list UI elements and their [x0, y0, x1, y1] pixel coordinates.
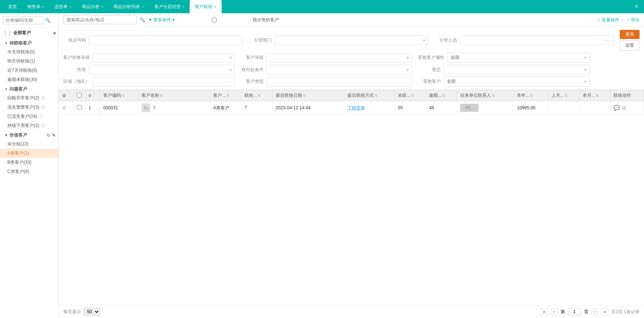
search-input[interactable] [63, 15, 137, 24]
row-checkbox[interactable] [77, 105, 82, 110]
region-select[interactable]: ··· [93, 77, 235, 86]
customer-level-select[interactable]: ▾ [266, 53, 412, 63]
first-page-btn[interactable]: « [540, 308, 548, 315]
nav-home[interactable]: 首页 [3, 0, 22, 13]
gear-icon[interactable]: ⚙ [62, 93, 66, 98]
more-dots-icon-2: ··· [226, 79, 232, 85]
close-all-btn[interactable]: × [632, 3, 641, 10]
page-size-select[interactable]: 50 [84, 308, 100, 316]
sidebar-tomorrow-contact[interactable]: 明天待联络(1) [0, 57, 58, 66]
col-checkbox[interactable] [74, 90, 86, 101]
customer-type-input[interactable] [266, 77, 412, 86]
nav-close-purchase[interactable]: × [69, 4, 71, 9]
row-checkbox-cell[interactable] [74, 101, 86, 115]
col-this-year[interactable]: 本年... ⇅ [514, 90, 548, 101]
arrow-down-icon: ▼ [4, 41, 8, 45]
col-no: # [86, 90, 100, 101]
edit-icon[interactable]: ✎ [52, 133, 56, 138]
row-this-month [579, 101, 611, 115]
refresh-icon[interactable]: ↻ [47, 133, 50, 138]
col-last-date[interactable]: 最后联络日期 ⇅ [272, 90, 344, 101]
contact-action-icon[interactable]: 💬 [613, 105, 620, 111]
filter-row-3: 性质 ▾ 收付款条件 ▾ 状态 [63, 65, 640, 74]
col-this-month[interactable]: 本月... ⇅ [579, 90, 611, 101]
row-gear-icon[interactable]: ⚙ [62, 105, 66, 110]
status-select[interactable]: ▾ [444, 65, 590, 74]
sidebar-a-class[interactable]: A类客户(1) [0, 149, 58, 158]
col-name[interactable]: 客户名称 ⇅ [139, 90, 210, 101]
nature-select[interactable]: ▾ [89, 65, 235, 74]
nav-sales[interactable]: 销售单 × [22, 0, 49, 13]
nav-purchase[interactable]: 进货单 × [49, 0, 76, 13]
select-all-checkbox[interactable] [77, 93, 82, 98]
retail-select[interactable]: 全部 ▾ [444, 77, 590, 86]
manager-select[interactable]: ··· [460, 35, 614, 45]
qr-action-icon[interactable]: ⊞ [622, 105, 626, 111]
sidebar-repurchase-abnormal[interactable]: 回购异常客户(2) ⓘ [0, 93, 58, 103]
nav-close-analysis-list[interactable]: × [142, 4, 144, 9]
sidebar-b-class[interactable]: B类客户(33) [0, 158, 58, 167]
sort-icon-contact: ⇅ [258, 93, 261, 98]
search-btn[interactable]: 🔍 [140, 17, 145, 22]
chevron-down-icon-8: ▾ [584, 80, 586, 84]
nav-analysis[interactable]: 商品分析 × [77, 0, 108, 13]
pending-contact-header[interactable]: ▼ 待联络客户 [0, 38, 58, 47]
col-uncontacted[interactable]: 未联... ⇅ [395, 90, 426, 101]
sidebar-declining[interactable]: 持续下滑客户(2) ⓘ [0, 121, 58, 130]
col-code[interactable]: 客户编码 ⇅ [100, 90, 139, 101]
prev-page-btn[interactable]: ‹ [551, 308, 558, 315]
sidebar-c-class[interactable]: C类客户(6) [0, 167, 58, 176]
col-last-method[interactable]: 最后联络方式 ⇅ [344, 90, 395, 101]
sidebar-today-contact[interactable]: 今天待联络(0) [0, 47, 58, 57]
content-area: 🔍 ▼ 更多条件 ▾ 我分管的客户 ☑ 批量操作 | ↗ 导出 [59, 13, 644, 318]
top-nav: 首页 销售单 × 进货单 × 商品分析 × 商品分析列表 × 客户分层经营 × … [0, 0, 644, 13]
payment-select[interactable]: ▾ [266, 65, 412, 74]
more-filters-btn[interactable]: ▼ 更多条件 ▾ [148, 17, 175, 23]
nav-close-customer-tier[interactable]: × [182, 4, 185, 9]
retail-attr-select[interactable]: 全部 ▾ [447, 53, 590, 63]
col-level[interactable]: 客户... ⇅ [210, 90, 242, 101]
dept-select[interactable]: ▾ [275, 35, 429, 45]
sidebar-overdue-contact[interactable]: 逾期未联络(30) [0, 75, 58, 84]
col-contact-person[interactable]: 往来单位联系人 ⇅ [457, 90, 514, 101]
value-customers-header[interactable]: ▼ 价值客户 ↻ ✎ [0, 130, 58, 139]
col-overdue[interactable]: 逾期... ⇅ [426, 90, 457, 101]
nav-close-sales[interactable]: × [42, 4, 44, 9]
last-page-btn[interactable]: » [601, 308, 609, 315]
sidebar-search-input[interactable] [3, 16, 43, 24]
sidebar-7day-contact[interactable]: 近7天待联络(0) [0, 66, 58, 75]
sidebar-churn-warning[interactable]: 流失预警客户(3) ⓘ [0, 103, 58, 112]
sidebar-search-icon[interactable]: 🔍 [45, 18, 50, 23]
nav-analysis-list[interactable]: 商品分析列表 × [108, 0, 149, 13]
phone-input[interactable] [89, 35, 243, 45]
row-last-method[interactable]: 下销货单 [344, 101, 395, 115]
col-last-month[interactable]: 上月... ⇅ [548, 90, 579, 101]
export-btn[interactable]: ↗ 导出 [626, 17, 640, 23]
nav-customer-contact[interactable]: 客户联络 × [190, 0, 221, 13]
chevron-down-icon-3: ▾ [407, 56, 409, 60]
query-settings-btns: 查询 设置 [620, 30, 640, 50]
my-customers-check[interactable] [178, 18, 251, 22]
page-number-input[interactable] [568, 308, 581, 315]
my-customers-checkbox[interactable]: 我分管的客户 [178, 17, 279, 23]
query-btn[interactable]: 查询 [620, 30, 640, 39]
row-level: A类客户 [210, 101, 242, 115]
problem-customers-header[interactable]: ▼ 问题客户 [0, 84, 58, 93]
sidebar-churned[interactable]: 已流失客户(24) ⓘ [0, 112, 58, 121]
price-level-select[interactable]: ▾ [93, 53, 235, 63]
sidebar-unclassified[interactable]: 未分组(32) [0, 139, 58, 149]
col-gear[interactable]: ⚙ [59, 90, 74, 101]
customer-avatar: Ea [142, 103, 150, 112]
sidebar-all-customers[interactable]: ⋮⋮ 全部客户 ◀ [0, 28, 58, 38]
next-page-btn[interactable]: › [591, 308, 598, 315]
batch-op-btn[interactable]: ☑ 批量操作 [597, 17, 619, 23]
nav-customer-tier[interactable]: 客户分层经营 × [149, 0, 190, 13]
nav-close-analysis[interactable]: × [101, 4, 103, 9]
row-overdue: 48 [426, 101, 457, 115]
filter-customer-type: 客户类型 [241, 77, 412, 86]
nav-close-customer-contact[interactable]: × [214, 4, 216, 9]
col-contact[interactable]: 联络... ⇅ [241, 90, 272, 101]
settings-btn[interactable]: 设置 [620, 40, 640, 50]
col-action: 联络动作 [611, 90, 644, 101]
filter-retail: 零散客户 全部 ▾ [418, 77, 590, 86]
